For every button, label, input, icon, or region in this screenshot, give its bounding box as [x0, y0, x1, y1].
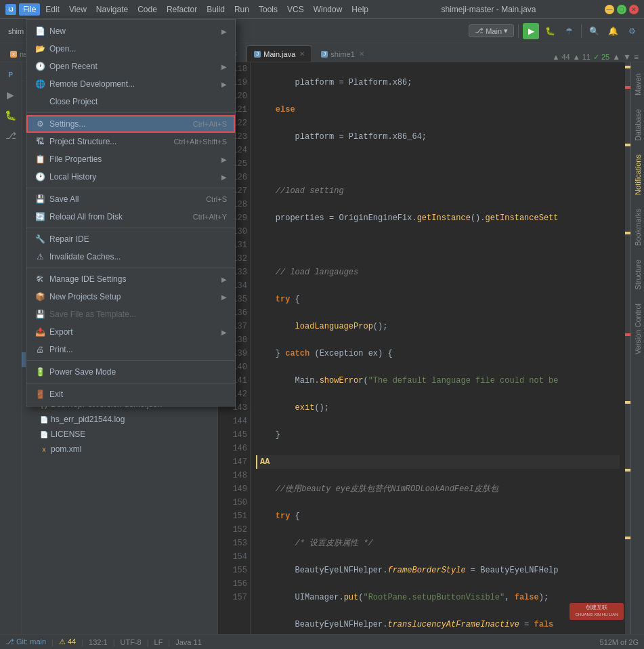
repair-ide-icon: 🔧	[35, 234, 45, 245]
menu-window[interactable]: Window	[309, 3, 347, 16]
dropdown-sep2	[26, 188, 235, 188]
dropdown-sep1	[26, 112, 235, 113]
menu-edit[interactable]: Edit	[41, 3, 64, 16]
code-line-124	[256, 238, 620, 252]
dropdown-item-repair-ide[interactable]: 🔧 Repair IDE	[26, 230, 235, 248]
status-lf[interactable]: LF	[154, 638, 163, 646]
tab-shime1[interactable]: J shime1 ✕	[314, 45, 371, 62]
print-icon: 🖨	[35, 344, 45, 355]
expand-icon[interactable]: ▲	[612, 52, 620, 62]
code-line-128: } catch (Exception ex) {	[256, 347, 620, 360]
app-icon: IJ	[5, 4, 16, 15]
project-panel-toggle[interactable]: P	[1, 65, 20, 84]
dropdown-item-invalidate[interactable]: ⚠ Invalidate Caches...	[26, 248, 235, 266]
panel-version-control[interactable]: Version Control	[632, 298, 643, 360]
dropdown-item-export[interactable]: 📤 Export ▶	[26, 323, 235, 341]
maximize-button[interactable]: □	[617, 5, 626, 14]
dropdown-item-settings[interactable]: ⚙ Settings... Ctrl+Alt+S	[26, 115, 235, 133]
remote-icon: 🌐	[35, 79, 45, 89]
search-button[interactable]: 🔍	[586, 23, 602, 39]
code-area[interactable]: 118 119 120 121 122 123 124 125 126 127 …	[218, 62, 630, 649]
debug-panel-toggle[interactable]: 🐛	[1, 106, 20, 125]
menu-vcs[interactable]: VCS	[283, 3, 308, 16]
run-button[interactable]: ▶	[523, 23, 539, 39]
panel-database[interactable]: Database	[632, 104, 643, 146]
dropdown-item-close-project[interactable]: Close Project	[26, 93, 235, 110]
settings-button[interactable]: ⚙	[624, 23, 640, 39]
coverage-button[interactable]: ☂	[561, 23, 577, 39]
reload-icon: 🔄	[35, 211, 45, 222]
dropdown-item-power-save[interactable]: 🔋 Power Save Mode	[26, 363, 235, 381]
project-structure-icon: 🏗	[35, 136, 45, 147]
open-icon: 📂	[35, 43, 45, 54]
more-tabs-icon[interactable]: ≡	[634, 52, 639, 62]
status-bar: ⎇ Git: main | ⚠ 44 | 132:1 | UTF-8 | LF …	[0, 634, 644, 649]
branch-selector[interactable]: ⎇ Main ▾	[469, 24, 514, 37]
tab-close-shime1[interactable]: ✕	[359, 50, 364, 58]
menu-build[interactable]: Build	[202, 3, 229, 16]
dropdown-item-local-history[interactable]: 🕑 Local History ▶	[26, 168, 235, 186]
tree-item-license[interactable]: 📄 LICENSE	[22, 427, 217, 442]
code-line-120: platform = Platform.x86_64;	[256, 130, 620, 144]
dropdown-item-open-recent[interactable]: 🕐 Open Recent ▶	[26, 58, 235, 75]
menu-tools[interactable]: Tools	[255, 3, 282, 16]
panel-notifications[interactable]: Notifications	[632, 149, 643, 201]
menu-run[interactable]: Run	[230, 3, 253, 16]
collapse-icon[interactable]: ▼	[623, 52, 631, 62]
menu-file[interactable]: File	[19, 3, 40, 16]
code-line-118: platform = Platform.x86;	[256, 76, 620, 89]
dropdown-item-project-structure[interactable]: 🏗 Project Structure... Ctrl+Alt+Shift+S	[26, 133, 235, 150]
right-panel: Maven Database Notifications Bookmarks S…	[630, 62, 644, 649]
status-warnings[interactable]: ⚠ 44	[59, 637, 76, 646]
dropdown-sep4	[26, 268, 235, 268]
dropdown-item-remote[interactable]: 🌐 Remote Development... ▶	[26, 75, 235, 93]
menu-code[interactable]: Code	[133, 3, 161, 16]
status-sep2: |	[81, 638, 83, 646]
watermark-line1: 创建互联	[586, 604, 607, 610]
panel-maven[interactable]: Maven	[632, 68, 643, 101]
code-content[interactable]: platform = Platform.x86; else platform =…	[251, 62, 625, 649]
dropdown-item-print[interactable]: 🖨 Print...	[26, 341, 235, 358]
tree-item-hs-log[interactable]: 📄 hs_err_pid21544.log	[22, 412, 217, 427]
code-line-133: //使用beauty eye皮肤包替代NimRODLookAndFeel皮肤包	[256, 482, 620, 496]
dropdown-item-reload[interactable]: 🔄 Reload All from Disk Ctrl+Alt+Y	[26, 208, 235, 226]
code-line-137: UIManager.put("RootPane.setupButtonVisib…	[256, 591, 620, 604]
panel-structure[interactable]: Structure	[632, 254, 643, 295]
submenu-arrow-history: ▶	[221, 173, 227, 181]
menu-help[interactable]: Help	[347, 3, 372, 16]
gutter-errors: ▲ 11	[573, 53, 591, 61]
panel-bookmarks[interactable]: Bookmarks	[632, 203, 643, 251]
menu-navigate[interactable]: Navigate	[92, 3, 132, 16]
close-button[interactable]: ✕	[629, 5, 639, 14]
dropdown-sep3	[26, 228, 235, 228]
breadcrumb-shim[interactable]: shim	[4, 25, 28, 37]
dropdown-item-new-projects[interactable]: 📦 New Projects Setup ▶	[26, 288, 235, 306]
git-panel-toggle[interactable]: ⎇	[1, 126, 20, 145]
dropdown-item-manage-ide[interactable]: 🛠 Manage IDE Settings ▶	[26, 270, 235, 288]
status-sep1: |	[51, 638, 53, 646]
reload-shortcut: Ctrl+Alt+Y	[193, 213, 227, 221]
dropdown-item-save-all[interactable]: 💾 Save All Ctrl+S	[26, 190, 235, 208]
code-line-122: //load setting	[256, 184, 620, 198]
watermark-box: 创建互联 CHUANG XIN HU LIAN	[570, 603, 624, 620]
tab-close-main-java[interactable]: ✕	[299, 50, 305, 58]
status-sep3: |	[113, 638, 115, 646]
export-icon: 📤	[35, 327, 45, 337]
run-panel-toggle[interactable]: ▶	[1, 85, 20, 104]
tree-item-pom-xml[interactable]: x pom.xml	[22, 442, 217, 457]
dropdown-item-new[interactable]: 📄 New ▶	[26, 22, 235, 40]
status-sep4: |	[147, 638, 149, 646]
menu-refactor[interactable]: Refactor	[163, 3, 201, 16]
dropdown-item-exit[interactable]: 🚪 Exit	[26, 385, 235, 403]
gutter-mark-warning5	[625, 469, 630, 472]
dropdown-label-remote: Remote Development...	[49, 79, 135, 89]
dropdown-item-open[interactable]: 📂 Open...	[26, 40, 235, 58]
status-branch[interactable]: ⎇ Git: main	[5, 637, 46, 646]
debug-button[interactable]: 🐛	[542, 23, 558, 39]
minimize-button[interactable]: —	[605, 5, 614, 14]
notification-button[interactable]: 🔔	[605, 23, 621, 39]
menu-view[interactable]: View	[65, 3, 91, 16]
status-encoding[interactable]: UTF-8	[120, 638, 141, 646]
tab-main-java[interactable]: J Main.java ✕	[246, 45, 312, 62]
dropdown-item-file-properties[interactable]: 📋 File Properties ▶	[26, 150, 235, 168]
